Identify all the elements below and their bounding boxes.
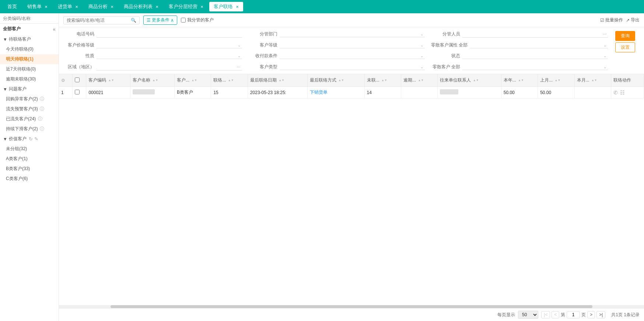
sidebar-item-today[interactable]: 今天待联络(0) [0, 44, 59, 54]
purchase-close-icon[interactable]: ✕ [75, 5, 78, 9]
action-phone-icon[interactable]: ✆ [613, 90, 618, 96]
edit-icon-value[interactable]: ✎ [34, 136, 38, 142]
th-this-year[interactable]: 本年... ▲▼ [501, 74, 538, 87]
my-customers-label: 我分管的客户 [187, 17, 214, 23]
scrollbar-thumb[interactable] [111, 305, 592, 308]
row-checkbox[interactable] [75, 90, 80, 94]
price-grade-select[interactable]: ⌄ [97, 42, 242, 48]
th-name[interactable]: 客户名称 ▲▼ [130, 74, 175, 87]
nav-customer-contact[interactable]: 客户联络 ✕ [209, 2, 243, 11]
th-last-contact-date[interactable]: 最后联络日期 ▲▼ [248, 74, 307, 87]
prev-page-btn[interactable]: < [552, 311, 559, 318]
cell-checkbox[interactable] [72, 87, 86, 99]
region-select[interactable]: ··· [97, 63, 242, 70]
sidebar-item-churned[interactable]: 已流失客户(24) ⓘ [0, 114, 59, 124]
th-overdue[interactable]: 逾期... ▲▼ [401, 74, 438, 87]
sales-close-icon[interactable]: ✕ [45, 5, 48, 9]
sidebar-item-repurchase[interactable]: 回购异常客户(2) ⓘ [0, 94, 59, 104]
nav-sales[interactable]: 销售单 ✕ [23, 2, 52, 11]
settings-icon[interactable]: ⚙ [61, 78, 65, 83]
sidebar-all-customers[interactable]: 全部客户 « [0, 24, 59, 34]
customer-type-select[interactable]: ⌄ [280, 64, 425, 70]
dept-label: 分管部门 [248, 31, 277, 37]
dept-select[interactable]: ⌄ [280, 31, 425, 37]
sidebar-group-pending[interactable]: ▼ 待联络客户 [0, 34, 59, 44]
table-footer: 每页显示 50 100 200 |< < 第 页 > >| 共1页 1条记录 [59, 308, 644, 321]
nav-goods-analysis[interactable]: 商品分析 ✕ [84, 2, 118, 11]
retail-customer-select[interactable]: ⌄ [462, 64, 608, 70]
th-last-contact-method[interactable]: 最后联络方式 ▲▼ [307, 74, 364, 87]
th-uncontacted[interactable]: 未联... ▲▼ [364, 74, 401, 87]
sidebar-item-class-c[interactable]: C类客户(6) [0, 174, 59, 184]
sidebar-item-class-a[interactable]: A类客户(1) [0, 154, 59, 164]
batch-op-btn[interactable]: ☑ 批量操作 [600, 17, 623, 23]
retail-attr-select[interactable]: ⌄ [470, 42, 608, 48]
sidebar-item-ungrouped[interactable]: 未分组(32) [0, 144, 59, 154]
per-page-select[interactable]: 50 100 200 [518, 311, 538, 319]
search-icon[interactable]: 🔍 [131, 18, 136, 23]
action-grid-icon[interactable]: ☷ [620, 90, 625, 96]
sidebar-item-class-b[interactable]: B类客户(33) [0, 164, 59, 174]
select-all-checkbox[interactable] [75, 77, 80, 82]
current-page-input[interactable] [567, 311, 580, 318]
more-conditions-btn[interactable]: ☰ 更多条件 ∧ [143, 15, 177, 25]
th-unit-contact[interactable]: 往来单位联系人 ▲▼ [438, 74, 501, 87]
nav-customer-tier[interactable]: 客户分层经营 ✕ [164, 2, 208, 11]
sidebar-group-value[interactable]: ▼ 价值客户 ↻ ✎ [0, 134, 59, 144]
last-contact-method-link[interactable]: 下销货单 [310, 90, 328, 95]
sidebar-item-tomorrow[interactable]: 明天待联络(1) [0, 54, 59, 64]
region-dots-icon: ··· [237, 64, 241, 69]
nav-home[interactable]: 首页 [3, 2, 21, 11]
th-last-month[interactable]: 上月... ▲▼ [538, 74, 574, 87]
all-customers-label: 全部客户 [3, 26, 21, 32]
unit-contact-masked [440, 89, 458, 94]
goods-analysis-close-icon[interactable]: ✕ [111, 5, 113, 9]
sidebar-search-input[interactable] [3, 16, 58, 21]
filter-nature: 性质 ⌄ [65, 52, 242, 60]
help-icon-churn: ⓘ [40, 106, 44, 111]
last-page-btn[interactable]: >| [596, 311, 605, 318]
sidebar-group-problem[interactable]: ▼ 问题客户 [0, 84, 59, 94]
collapse-icon[interactable]: « [53, 26, 56, 32]
customer-contact-close-icon[interactable]: ✕ [236, 5, 239, 9]
search-input[interactable] [67, 18, 129, 23]
th-this-month[interactable]: 本月... ▲▼ [574, 74, 611, 87]
nature-select[interactable]: ⌄ [97, 53, 242, 59]
export-btn[interactable]: ↗ 导出 [626, 17, 640, 23]
person-dots-icon: ··· [603, 31, 606, 37]
th-settings[interactable]: ⚙ [59, 74, 72, 87]
reset-button[interactable]: 设置 [615, 42, 635, 52]
query-button[interactable]: 查询 [615, 31, 635, 41]
person-select[interactable]: ··· [462, 31, 608, 38]
th-contact-count[interactable]: 联络... ▲▼ [211, 74, 248, 87]
more-conditions-label: 更多条件 [152, 17, 169, 23]
phone-input[interactable] [97, 31, 242, 38]
first-page-btn[interactable]: |< [541, 311, 550, 318]
sales-label: 销售单 [27, 3, 42, 10]
table-area: ⚙ 客户编码 ▲▼ 客户名称 ▲▼ 客户... ▲▼ [59, 74, 644, 305]
goods-analysis-list-close-icon[interactable]: ✕ [155, 5, 158, 9]
sidebar-item-declining[interactable]: 持续下滑客户(2) ⓘ [0, 124, 59, 134]
th-checkbox[interactable] [72, 74, 86, 87]
cell-last-contact-method[interactable]: 下销货单 [307, 87, 364, 99]
cell-this-year: 50.00 [501, 87, 538, 99]
customer-tier-close-icon[interactable]: ✕ [200, 5, 203, 9]
customer-grade-select[interactable]: ⌄ [280, 42, 425, 48]
sidebar-item-overdue[interactable]: 逾期未联络(30) [0, 74, 59, 84]
nav-goods-analysis-list[interactable]: 商品分析列表 ✕ [119, 2, 163, 11]
th-type[interactable]: 客户... ▲▼ [175, 74, 211, 87]
status-select[interactable]: ⌄ [462, 53, 608, 59]
sidebar-item-week[interactable]: 近7天待联络(0) [0, 64, 59, 74]
my-customers-checkbox-label[interactable]: 我分管的客户 [181, 17, 214, 23]
adv-filter: 电话号码 分管部门 ⌄ 分管人员 [59, 27, 644, 74]
next-page-btn[interactable]: > [587, 311, 595, 318]
cell-type: B类客户 [175, 87, 211, 99]
th-code[interactable]: 客户编码 ▲▼ [86, 74, 130, 87]
nav-purchase[interactable]: 进货单 ✕ [53, 2, 83, 11]
chevron-up-icon: ∧ [171, 18, 174, 23]
refresh-icon-value[interactable]: ↻ [29, 136, 33, 142]
total-info: 共1页 1条记录 [611, 312, 640, 318]
my-customers-checkbox[interactable] [181, 18, 186, 23]
sidebar-item-churn-warning[interactable]: 流失预警客户(3) ⓘ [0, 104, 59, 114]
payment-select[interactable]: ⌄ [280, 53, 425, 59]
